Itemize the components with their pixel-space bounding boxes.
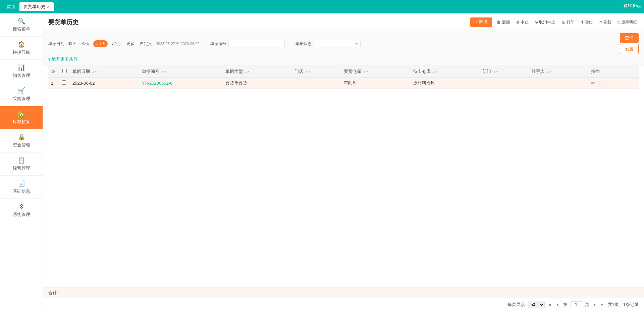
date-range-display: 2023-05-27 至 2023-06-02 bbox=[156, 41, 200, 46]
first-page-btn[interactable]: « bbox=[547, 302, 552, 308]
date-btn-more[interactable]: 更多 bbox=[124, 40, 137, 47]
th-store[interactable]: 门店 ▲▼ bbox=[292, 66, 341, 78]
th-pending-warehouse[interactable]: 待出仓库 ▲▼ bbox=[411, 66, 480, 78]
th-req-warehouse[interactable]: 要货仓库 ▲▼ bbox=[341, 66, 411, 78]
row-handler bbox=[529, 78, 588, 89]
date-btn-7days[interactable]: 近7天 bbox=[93, 40, 108, 47]
sort-date-icon: ▲▼ bbox=[92, 71, 97, 73]
stop-button[interactable]: ⊗ 中止 bbox=[515, 19, 530, 26]
sidebar-item-quick-nav-label: 快捷导航 bbox=[13, 49, 30, 55]
sort-type-icon: ▲▼ bbox=[245, 71, 250, 73]
row-order-type: 要货单要货 bbox=[223, 78, 292, 89]
edit-icon[interactable]: ✏ bbox=[591, 80, 595, 86]
basic-info-icon: 📄 bbox=[18, 180, 25, 187]
orders-table: ⚙ 单据日期 ▲▼ 单据编号 ▲▼ bbox=[48, 66, 639, 89]
export-button[interactable]: ⬆ 导出 bbox=[579, 19, 594, 26]
sort-dept-icon: ▲▼ bbox=[493, 71, 498, 73]
table-body: 1 2023-06-02 YH-20230602-0 要货单要货 车间库 原材料… bbox=[48, 78, 639, 89]
main-layout: 🔍 搜索菜单 🏠 快捷导航 📊 销售管理 🛒 采购管理 🏡 库存核算 🔒 资金管… bbox=[0, 13, 644, 311]
page-header: 要货单历史 + 新增 🗑 删除 ⊗ 中止 ⊗ 取消中止 🖨 打印 ⬆ 导出 ↻ … bbox=[43, 13, 644, 30]
sort-order-no-icon: ▲▼ bbox=[161, 71, 166, 73]
row-checkbox bbox=[59, 78, 70, 89]
finance-mgmt-icon: 🔒 bbox=[18, 133, 25, 141]
quick-nav-icon: 🏠 bbox=[18, 41, 25, 48]
sidebar-item-system-mgmt-label: 系统管理 bbox=[13, 212, 30, 218]
sort-handler-icon: ▲▼ bbox=[547, 71, 552, 73]
refresh-button[interactable]: ↻ 刷新 bbox=[598, 19, 613, 26]
row-pending-warehouse: 原材料仓库 bbox=[411, 78, 480, 89]
tab-order-history-label: 要货单历史 bbox=[23, 4, 45, 10]
tab-home[interactable]: 首页 bbox=[3, 2, 19, 11]
select-all-checkbox[interactable] bbox=[62, 69, 67, 73]
status-select[interactable] bbox=[314, 40, 361, 47]
sidebar-item-purchase-mgmt-label: 采购管理 bbox=[13, 96, 30, 102]
sidebar-item-inventory-label: 库存核算 bbox=[13, 119, 30, 125]
sidebar-item-system-mgmt[interactable]: ⚙ 系统管理 bbox=[0, 199, 43, 222]
page-size-label: 每页显示 bbox=[507, 302, 525, 308]
sidebar-item-operation-mgmt-label: 经营管理 bbox=[13, 165, 30, 171]
tab-home-label: 首页 bbox=[7, 4, 15, 10]
table-container: ⚙ 单据日期 ▲▼ 单据编号 ▲▼ bbox=[43, 66, 644, 287]
purchase-mgmt-icon: 🛒 bbox=[18, 87, 25, 94]
row-order-no: YH-20230602-0 bbox=[139, 78, 223, 89]
page-end-label: 页 bbox=[585, 302, 589, 308]
sidebar-item-basic-info-label: 基础信息 bbox=[13, 188, 30, 194]
th-handler[interactable]: 经手人 ▲▼ bbox=[529, 66, 588, 78]
order-no-label: 单据编号 bbox=[210, 41, 226, 47]
sidebar-item-search-menu-label: 搜索菜单 bbox=[13, 26, 30, 32]
operation-mgmt-icon: 📋 bbox=[18, 157, 25, 164]
sidebar-item-operation-mgmt[interactable]: 📋 经营管理 bbox=[0, 152, 43, 176]
new-button[interactable]: + 新增 bbox=[470, 17, 492, 27]
th-dept[interactable]: 部门 ▲▼ bbox=[480, 66, 529, 78]
date-btn-today[interactable]: 今天 bbox=[80, 40, 92, 47]
sort-pending-wh-icon: ▲▼ bbox=[432, 71, 438, 73]
tab-order-history[interactable]: 要货单历史 ✕ bbox=[19, 2, 54, 11]
prev-page-btn[interactable]: < bbox=[555, 302, 560, 308]
sidebar-item-sales-mgmt-label: 销售管理 bbox=[13, 73, 30, 79]
current-page-input[interactable] bbox=[570, 301, 582, 308]
settings-button[interactable]: 设置 bbox=[620, 44, 639, 54]
next-page-btn[interactable]: > bbox=[592, 302, 597, 308]
cancel-stop-button[interactable]: ⊗ 取消中止 bbox=[533, 19, 556, 26]
display-detail-button[interactable]: □ 显示明细 bbox=[616, 19, 639, 26]
date-btn-yesterday[interactable]: 昨天 bbox=[66, 40, 78, 47]
search-menu-icon: 🔍 bbox=[18, 17, 25, 25]
footer-summary: 合计： bbox=[43, 287, 644, 298]
filter-area: 单据日期 昨天 今天 近7天 近1月 更多 自定义 2023-05-27 至 2… bbox=[43, 30, 644, 66]
print-button[interactable]: 🖨 打印 bbox=[560, 19, 576, 26]
th-order-type[interactable]: 单据类型 ▲▼ bbox=[223, 66, 292, 78]
date-filter-label: 单据日期 bbox=[48, 41, 64, 47]
sidebar-item-sales-mgmt[interactable]: 📊 销售管理 bbox=[0, 60, 43, 83]
th-order-no[interactable]: 单据编号 ▲▼ bbox=[139, 66, 223, 78]
delete-button[interactable]: 🗑 删除 bbox=[495, 19, 511, 26]
sidebar-item-basic-info[interactable]: 📄 基础信息 bbox=[0, 176, 43, 199]
more-actions-icon[interactable]: ⋮⋮ bbox=[597, 80, 607, 86]
sales-mgmt-icon: 📊 bbox=[18, 64, 25, 71]
th-checkbox bbox=[59, 66, 70, 78]
filter-group-order-no: 单据编号 bbox=[210, 40, 285, 47]
row-num: 1 bbox=[48, 78, 59, 89]
filter-actions: 查询 设置 bbox=[620, 33, 639, 54]
row-select-checkbox[interactable] bbox=[62, 80, 66, 85]
date-btn-1month[interactable]: 近1月 bbox=[109, 40, 123, 47]
th-action: 操作 bbox=[588, 66, 639, 78]
page-size-select[interactable]: 10 20 50 100 bbox=[528, 301, 545, 308]
order-no-input[interactable] bbox=[228, 40, 285, 47]
sidebar-item-quick-nav[interactable]: 🏠 快捷导航 bbox=[0, 37, 43, 60]
status-label: 单据状态 bbox=[296, 41, 312, 47]
sidebar-item-finance-mgmt[interactable]: 🔒 资金管理 bbox=[0, 129, 43, 152]
last-page-btn[interactable]: » bbox=[600, 302, 605, 308]
close-tab-icon[interactable]: ✕ bbox=[47, 5, 50, 9]
query-button[interactable]: 查询 bbox=[620, 33, 639, 43]
sidebar-item-search-menu[interactable]: 🔍 搜索菜单 bbox=[0, 13, 43, 37]
sidebar-item-purchase-mgmt[interactable]: 🛒 采购管理 bbox=[0, 83, 43, 106]
column-settings-icon[interactable]: ⚙ bbox=[51, 69, 55, 74]
table-header: ⚙ 单据日期 ▲▼ 单据编号 ▲▼ bbox=[48, 66, 639, 78]
sidebar-item-inventory[interactable]: 🏡 库存核算 bbox=[0, 106, 43, 129]
total-info: 共1页，1条记录 bbox=[608, 302, 639, 308]
expand-more-button[interactable]: ▾ 展开更多条件 bbox=[48, 56, 639, 62]
order-no-link[interactable]: YH-20230602-0 bbox=[142, 81, 173, 86]
date-btn-custom[interactable]: 自定义 bbox=[138, 40, 154, 47]
sidebar-item-finance-mgmt-label: 资金管理 bbox=[13, 142, 30, 148]
th-date[interactable]: 单据日期 ▲▼ bbox=[70, 66, 139, 78]
